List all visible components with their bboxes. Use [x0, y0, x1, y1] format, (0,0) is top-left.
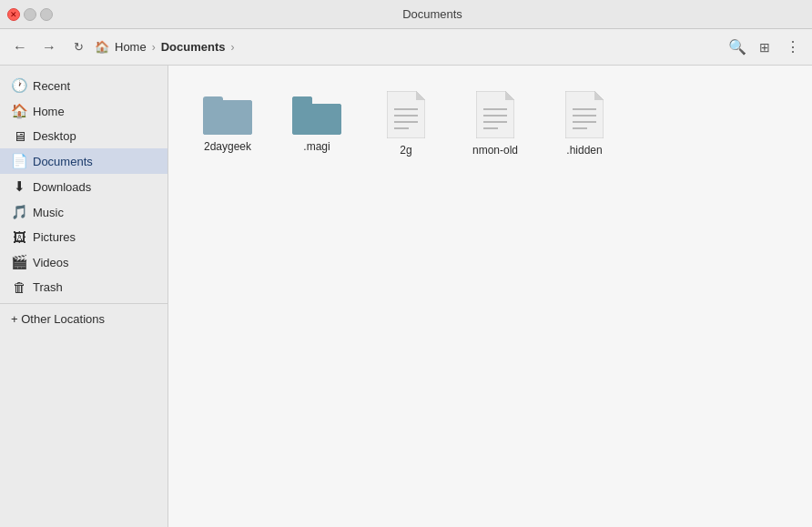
sidebar-label-pictures: Pictures	[33, 230, 76, 244]
search-icon: 🔍	[728, 38, 746, 56]
svg-marker-15	[505, 91, 514, 100]
sidebar-item-other-locations[interactable]: + Other Locations	[0, 308, 167, 330]
toolbar: ← → ↻ 🏠 Home › Documents › 🔍 ⊞ ⋮	[0, 29, 812, 66]
sidebar-item-home[interactable]: 🏠 Home	[0, 98, 167, 124]
breadcrumb: 🏠 Home › Documents ›	[95, 38, 721, 56]
svg-rect-6	[292, 104, 341, 135]
desktop-icon: 🖥	[11, 128, 27, 144]
reload-icon: ↻	[74, 40, 84, 54]
doc-icon-nmon-old	[476, 91, 514, 138]
close-icon: ✕	[10, 10, 17, 19]
breadcrumb-separator: ›	[152, 41, 156, 54]
grid-view-button[interactable]: ⊞	[752, 35, 777, 60]
sidebar-label-recent: Recent	[33, 79, 70, 93]
breadcrumb-end-separator: ›	[230, 41, 234, 54]
menu-icon: ⋮	[786, 38, 799, 56]
grid-icon: ⊞	[759, 40, 770, 55]
close-button[interactable]: ✕	[7, 8, 20, 21]
doc-svg-hidden	[565, 91, 604, 138]
videos-icon: 🎬	[11, 254, 27, 270]
sidebar-item-downloads[interactable]: ⬇ Downloads	[0, 174, 167, 199]
back-button[interactable]: ←	[7, 35, 33, 60]
doc-svg-2g	[387, 91, 425, 138]
file-label-2daygeek: 2daygeek	[204, 140, 251, 155]
folder-icon-magi	[292, 91, 341, 135]
doc-icon-2g	[387, 91, 425, 138]
svg-marker-21	[594, 91, 604, 100]
toolbar-right: 🔍 ⊞ ⋮	[725, 35, 805, 60]
folder-svg-magi	[292, 91, 341, 135]
forward-button[interactable]: →	[36, 35, 62, 60]
forward-icon: →	[42, 39, 56, 56]
file-item-nmon-old[interactable]: nmon-old	[454, 84, 536, 166]
svg-rect-2	[203, 104, 252, 135]
recent-icon: 🕐	[11, 77, 27, 94]
breadcrumb-current[interactable]: Documents	[157, 38, 229, 56]
file-item-2g[interactable]: 2g	[365, 84, 447, 166]
doc-icon-hidden	[565, 91, 604, 138]
reload-button[interactable]: ↻	[66, 35, 91, 60]
sidebar-item-desktop[interactable]: 🖥 Desktop	[0, 124, 167, 148]
sidebar-label-trash: Trash	[33, 280, 63, 294]
file-label-nmon-old: nmon-old	[472, 144, 518, 158]
maximize-button[interactable]	[40, 8, 53, 21]
file-item-hidden[interactable]: .hidden	[543, 84, 625, 166]
svg-marker-9	[416, 91, 425, 100]
pictures-icon: 🖼	[11, 229, 27, 245]
home-sidebar-icon: 🏠	[11, 103, 27, 119]
sidebar-label-documents: Documents	[33, 155, 93, 168]
sidebar-item-trash[interactable]: 🗑 Trash	[0, 275, 167, 299]
back-icon: ←	[13, 39, 27, 56]
home-icon: 🏠	[95, 40, 109, 54]
minimize-button[interactable]	[24, 8, 36, 21]
sidebar: 🕐 Recent 🏠 Home 🖥 Desktop 📄 Documents ⬇ …	[0, 66, 168, 527]
file-grid: 2daygeek .magi	[187, 84, 794, 166]
menu-button[interactable]: ⋮	[779, 35, 805, 60]
sidebar-label-downloads: Downloads	[33, 180, 91, 194]
main-layout: 🕐 Recent 🏠 Home 🖥 Desktop 📄 Documents ⬇ …	[0, 66, 812, 527]
sidebar-divider	[0, 303, 167, 304]
trash-icon: 🗑	[11, 279, 27, 295]
titlebar: ✕ Documents	[0, 0, 812, 29]
folder-icon-2daygeek	[203, 91, 252, 135]
sidebar-item-videos[interactable]: 🎬 Videos	[0, 249, 167, 275]
breadcrumb-current-label: Documents	[161, 40, 226, 54]
doc-svg-nmon	[476, 91, 514, 138]
sidebar-item-music[interactable]: 🎵 Music	[0, 199, 167, 225]
window-controls: ✕	[7, 8, 53, 21]
sidebar-item-documents[interactable]: 📄 Documents	[0, 148, 167, 174]
downloads-icon: ⬇	[11, 178, 27, 195]
svg-rect-3	[203, 96, 223, 107]
breadcrumb-home[interactable]: Home	[111, 38, 150, 56]
other-locations-label: + Other Locations	[11, 312, 105, 326]
folder-svg	[203, 91, 252, 135]
music-icon: 🎵	[11, 204, 27, 220]
documents-icon: 📄	[11, 153, 27, 169]
window-title: Documents	[60, 7, 805, 21]
file-area: 2daygeek .magi	[168, 66, 812, 527]
sidebar-label-videos: Videos	[33, 256, 69, 269]
file-label-2g: 2g	[400, 144, 411, 158]
sidebar-label-music: Music	[33, 206, 64, 219]
breadcrumb-home-label: Home	[115, 40, 147, 54]
sidebar-label-desktop: Desktop	[33, 129, 76, 143]
search-button[interactable]: 🔍	[725, 35, 750, 60]
svg-rect-7	[292, 96, 312, 107]
file-label-magi: .magi	[303, 140, 330, 155]
file-label-hidden: .hidden	[566, 144, 602, 158]
sidebar-label-home: Home	[33, 105, 65, 118]
file-item-magi[interactable]: .magi	[276, 84, 358, 166]
file-item-2daygeek[interactable]: 2daygeek	[187, 84, 269, 166]
sidebar-item-recent[interactable]: 🕐 Recent	[0, 73, 167, 98]
sidebar-item-pictures[interactable]: 🖼 Pictures	[0, 225, 167, 249]
